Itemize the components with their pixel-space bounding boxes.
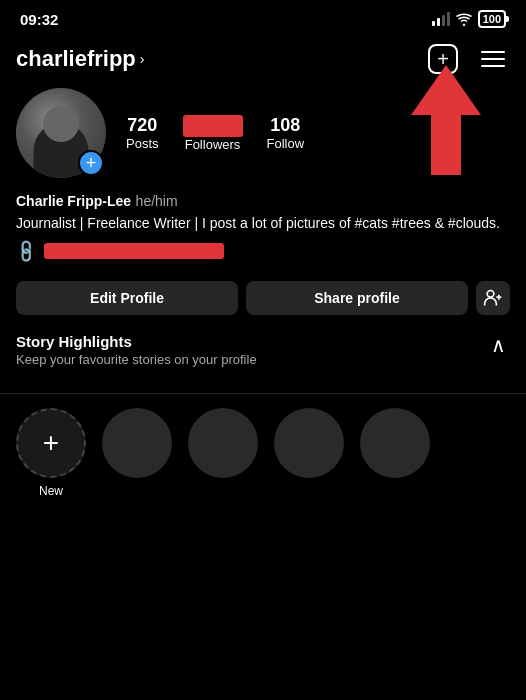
bio-text: Journalist | Freelance Writer | I post a… (16, 214, 510, 234)
signal-icon (432, 12, 450, 26)
add-post-button[interactable]: + (426, 42, 460, 76)
highlight-1[interactable] (102, 408, 172, 478)
action-buttons: Edit Profile Share profile (0, 271, 526, 329)
hamburger-icon (481, 51, 505, 67)
highlight-circle-1[interactable] (102, 408, 172, 498)
collapse-button[interactable]: ∧ (487, 333, 510, 357)
following-stat[interactable]: 108 Follow (267, 115, 305, 152)
status-icons: 100 (432, 10, 506, 28)
posts-count: 720 (127, 115, 157, 136)
following-count: 108 (270, 115, 300, 136)
profile-pronouns: he/him (136, 193, 178, 209)
battery-icon: 100 (478, 10, 506, 28)
bio-link[interactable]: 🔗 (16, 242, 510, 261)
highlights-subtitle: Keep your favourite stories on your prof… (16, 352, 487, 367)
avatar-wrap: + (16, 88, 106, 178)
new-circle[interactable]: + (16, 408, 86, 478)
new-story-plus-icon: + (43, 427, 59, 459)
app-header: charliefripp › + (0, 34, 526, 88)
add-story-badge[interactable]: + (78, 150, 104, 176)
profile-section: + 720 Posts Followers 108 Follow (0, 88, 526, 192)
bio-section: Charlie Fripp-Lee he/him Journalist | Fr… (0, 192, 526, 271)
status-bar: 09:32 100 (0, 0, 526, 34)
chevron-down-icon[interactable]: › (140, 51, 145, 67)
highlights-title: Story Highlights (16, 333, 487, 350)
highlights-text: Story Highlights Keep your favourite sto… (16, 333, 487, 379)
posts-stat[interactable]: 720 Posts (126, 115, 159, 152)
username: charliefripp (16, 46, 136, 72)
menu-button[interactable] (476, 42, 510, 76)
posts-label: Posts (126, 136, 159, 151)
svg-point-0 (487, 290, 494, 297)
highlight-4[interactable] (360, 408, 430, 478)
highlight-circle-4[interactable] (360, 408, 430, 498)
new-story-circle[interactable]: + New (16, 408, 86, 498)
followers-count (183, 115, 243, 137)
add-square-icon: + (428, 44, 458, 74)
highlight-circle-2[interactable] (188, 408, 258, 498)
highlight-2[interactable] (188, 408, 258, 478)
highlight-circle-3[interactable] (274, 408, 344, 498)
username-row[interactable]: charliefripp › (16, 46, 144, 72)
highlight-3[interactable] (274, 408, 344, 478)
add-friend-button[interactable] (476, 281, 510, 315)
link-url-redacted (44, 243, 224, 259)
share-profile-button[interactable]: Share profile (246, 281, 468, 315)
time: 09:32 (20, 11, 58, 28)
edit-profile-button[interactable]: Edit Profile (16, 281, 238, 315)
followers-stat[interactable]: Followers (183, 115, 243, 152)
following-label: Follow (267, 136, 305, 151)
followers-label: Followers (185, 137, 241, 152)
profile-name: Charlie Fripp-Lee (16, 193, 131, 209)
highlights-header: Story Highlights Keep your favourite sto… (16, 333, 510, 379)
stats-row: 720 Posts Followers 108 Follow (126, 115, 510, 152)
header-icons: + (426, 42, 510, 76)
story-circles: + New (0, 394, 526, 506)
new-story-label: New (39, 484, 63, 498)
highlights-section: Story Highlights Keep your favourite sto… (0, 329, 526, 394)
add-person-icon (483, 288, 503, 308)
wifi-icon (456, 12, 472, 26)
link-icon: 🔗 (12, 237, 40, 265)
